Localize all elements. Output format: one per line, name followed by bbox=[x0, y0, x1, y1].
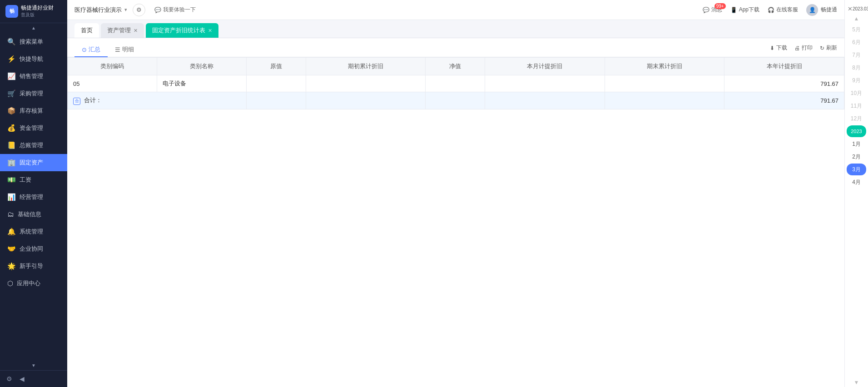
panel-month-8[interactable]: 8月 bbox=[847, 62, 866, 74]
sidebar-item-sales[interactable]: 📈 销售管理 bbox=[0, 68, 67, 85]
panel-year-date: 2023.03 bbox=[853, 6, 868, 11]
total-period-end-accum bbox=[605, 92, 724, 109]
col-initial-accum: 期初累计折旧 bbox=[306, 58, 426, 75]
app-download-button[interactable]: 📱 App下载 bbox=[730, 6, 759, 14]
panel-month-1[interactable]: 1月 bbox=[847, 138, 866, 150]
panel-close-button[interactable]: ✕ bbox=[848, 5, 853, 12]
refresh-button[interactable]: ↻ 刷新 bbox=[820, 44, 837, 52]
table-container: 类别编码 类别名称 原值 期初累计折旧 净值 本月计提折旧 期末累计折旧 本年计… bbox=[67, 57, 844, 387]
tab-fixed-asset-depreciation[interactable]: 固定资产折旧统计表 ✕ bbox=[146, 23, 218, 38]
row-initial-accum bbox=[306, 75, 426, 92]
sidebar-item-guide[interactable]: 🌟 新手引导 bbox=[0, 258, 67, 275]
scroll-down-arrow[interactable]: ▼ bbox=[30, 362, 37, 368]
panel-month-2[interactable]: 2月 bbox=[847, 151, 866, 163]
sidebar-item-finance[interactable]: 💰 资金管理 bbox=[0, 119, 67, 137]
tab-home[interactable]: 首页 bbox=[74, 23, 99, 38]
panel-month-7[interactable]: 7月 bbox=[847, 49, 866, 61]
main-area: 医疗器械行业演示 ▾ ⚙ 💬 我要体验一下 💬 消息 99+ 📱 App下载 🎧… bbox=[67, 0, 844, 387]
detail-tab-icon: ☰ bbox=[115, 46, 120, 53]
panel-months: 5月 6月 7月 8月 9月 10月 11月 12月 2023 1月 2月 3月… bbox=[845, 23, 868, 378]
sidebar-item-label: 搜索菜单 bbox=[20, 38, 43, 46]
sidebar-item-label: 企业协同 bbox=[20, 245, 43, 253]
online-service-button[interactable]: 🎧 在线客服 bbox=[768, 6, 798, 14]
sidebar-footer: ⚙ ◀ bbox=[0, 370, 67, 387]
avatar: 👤 bbox=[806, 4, 818, 16]
sidebar-item-ledger[interactable]: 📒 总账管理 bbox=[0, 137, 67, 154]
panel-header: ✕ 2023.03 ⤢ bbox=[845, 4, 868, 14]
print-button[interactable]: 🖨 打印 bbox=[794, 44, 813, 52]
sidebar-item-inventory[interactable]: 📦 库存核算 bbox=[0, 102, 67, 119]
app-download-icon: 📱 bbox=[730, 7, 737, 13]
payroll-icon: 💵 bbox=[7, 176, 16, 184]
print-label: 打印 bbox=[802, 44, 813, 52]
notifications-button[interactable]: 💬 消息 99+ bbox=[703, 6, 722, 14]
sales-icon: 📈 bbox=[7, 72, 16, 80]
panel-month-12[interactable]: 12月 bbox=[847, 113, 866, 124]
panel-month-10[interactable]: 10月 bbox=[847, 87, 866, 99]
guide-icon: 🌟 bbox=[7, 262, 16, 270]
col-code: 类别编码 bbox=[68, 58, 157, 75]
panel-month-9[interactable]: 9月 bbox=[847, 74, 866, 86]
tabbar: 首页 资产管理 ✕ 固定资产折旧统计表 ✕ bbox=[67, 20, 844, 38]
sidebar-item-label: 快捷导航 bbox=[20, 55, 43, 63]
panel-month-5[interactable]: 5月 bbox=[847, 24, 866, 35]
col-net-value: 净值 bbox=[426, 58, 485, 75]
topbar: 医疗器械行业演示 ▾ ⚙ 💬 我要体验一下 💬 消息 99+ 📱 App下载 🎧… bbox=[67, 0, 844, 20]
download-button[interactable]: ⬇ 下载 bbox=[770, 44, 787, 52]
sidebar-item-label: 工资 bbox=[20, 176, 31, 184]
experience-button[interactable]: 💬 我要体验一下 bbox=[154, 6, 196, 14]
panel-month-4[interactable]: 4月 bbox=[847, 176, 866, 188]
purchase-icon: 🛒 bbox=[7, 89, 16, 98]
refresh-label: 刷新 bbox=[826, 44, 837, 52]
sidebar-item-sys-mgmt[interactable]: 🔔 系统管理 bbox=[0, 223, 67, 240]
sidebar-settings-icon[interactable]: ⚙ bbox=[6, 375, 12, 382]
sidebar-item-quick-nav[interactable]: ⚡ 快捷导航 bbox=[0, 50, 67, 68]
sidebar-scroll-down[interactable]: ▼ bbox=[0, 360, 67, 370]
total-original bbox=[247, 92, 306, 109]
panel-month-6[interactable]: 6月 bbox=[847, 36, 866, 48]
row-period-end-accum bbox=[605, 75, 724, 92]
sidebar-item-label: 资金管理 bbox=[20, 124, 43, 132]
sidebar-item-enterprise[interactable]: 🤝 企业协同 bbox=[0, 240, 67, 258]
enterprise-icon: 🤝 bbox=[7, 245, 16, 253]
sidebar-scroll-up[interactable]: ▲ bbox=[0, 23, 67, 33]
sidebar-item-purchase[interactable]: 🛒 采购管理 bbox=[0, 85, 67, 102]
panel-scroll-up[interactable]: ▲ bbox=[845, 14, 868, 23]
company-dropdown-arrow: ▾ bbox=[124, 7, 127, 13]
sidebar-item-search[interactable]: 🔍 搜索菜单 bbox=[0, 33, 67, 50]
basic-info-icon: 🗂 bbox=[7, 210, 14, 218]
panel-month-11[interactable]: 11月 bbox=[847, 100, 866, 112]
panel-scroll-down[interactable]: ▼ bbox=[845, 378, 868, 387]
sidebar-item-app-center[interactable]: ⬡ 应用中心 bbox=[0, 275, 67, 292]
company-selector[interactable]: 医疗器械行业演示 ▾ bbox=[74, 6, 127, 14]
user-icon: 👤 bbox=[809, 7, 816, 13]
scroll-up-arrow[interactable]: ▲ bbox=[30, 25, 37, 31]
tab-asset-mgmt-close[interactable]: ✕ bbox=[134, 28, 138, 34]
col-monthly-depr: 本月计提折旧 bbox=[485, 58, 605, 75]
sidebar-item-label: 系统管理 bbox=[20, 228, 43, 236]
summary-tab-icon: ⊙ bbox=[82, 46, 87, 53]
panel-month-3[interactable]: 3月 bbox=[847, 164, 866, 175]
search-menu-icon: 🔍 bbox=[7, 38, 16, 46]
sidebar-item-label: 应用中心 bbox=[17, 279, 40, 288]
tab-depreciation-close[interactable]: ✕ bbox=[208, 28, 212, 34]
panel-year-2023[interactable]: 2023 bbox=[847, 125, 866, 137]
sidebar-item-ops[interactable]: 📊 经营管理 bbox=[0, 189, 67, 206]
user-profile-button[interactable]: 👤 畅捷通 bbox=[806, 4, 837, 16]
total-row: 合 合计： 791.67 bbox=[68, 92, 844, 109]
sidebar-item-payroll[interactable]: 💵 工资 bbox=[0, 171, 67, 189]
notifications-icon: 💬 bbox=[703, 7, 709, 13]
sidebar-collapse-icon[interactable]: ◀ bbox=[20, 375, 25, 382]
inner-tab-summary[interactable]: ⊙ 汇总 bbox=[74, 43, 108, 57]
inner-tab-detail[interactable]: ☰ 明细 bbox=[108, 43, 141, 57]
depreciation-table: 类别编码 类别名称 原值 期初累计折旧 净值 本月计提折旧 期末累计折旧 本年计… bbox=[67, 57, 844, 109]
sidebar-item-basic-info[interactable]: 🗂 基础信息 bbox=[0, 206, 67, 223]
col-original: 原值 bbox=[247, 58, 306, 75]
username: 畅捷通 bbox=[821, 6, 837, 14]
sidebar-item-fixed-assets[interactable]: 🏢 固定资产 bbox=[0, 154, 67, 171]
topbar-settings-button[interactable]: ⚙ bbox=[133, 4, 145, 16]
tab-asset-mgmt[interactable]: 资产管理 ✕ bbox=[101, 23, 144, 38]
summary-tab-label: 汇总 bbox=[89, 45, 100, 54]
col-period-end-accum: 期末累计折旧 bbox=[605, 58, 724, 75]
row-annual-depr: 791.67 bbox=[724, 75, 844, 92]
